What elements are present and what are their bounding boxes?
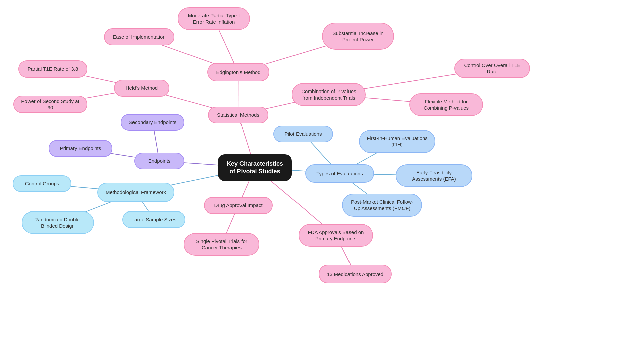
pmcf-node: Post-Market Clinical Follow-Up Assessmen… <box>342 194 422 217</box>
endpoints-node: Endpoints <box>134 153 184 169</box>
edgington-node: Edgington's Method <box>207 63 269 81</box>
statistical-methods-node: Statistical Methods <box>208 107 268 123</box>
control-overall-node: Control Over Overall T1E Rate <box>454 59 530 78</box>
types-evaluations-node: Types of Evaluations <box>305 164 374 183</box>
ease-implementation-node: Ease of Implementation <box>104 28 174 45</box>
primary-endpoints-node: Primary Endpoints <box>49 140 112 157</box>
substantial-increase-node: Substantial Increase in Project Power <box>322 23 394 50</box>
drug-approval-node: Drug Approval Impact <box>204 197 273 214</box>
medications-approved-node: 13 Medications Approved <box>319 265 392 283</box>
large-sample-node: Large Sample Sizes <box>122 211 185 228</box>
center-node: Key Characteristics of Pivotal Studies <box>218 154 292 181</box>
flexible-method-node: Flexible Method for Combining P-values <box>409 93 483 116</box>
combination-pvals-node: Combination of P-values from Independent… <box>292 83 366 106</box>
partial-t1e-node: Partial T1E Rate of 3.8 <box>18 60 87 78</box>
power-second-node: Power of Second Study at 90 <box>13 96 87 113</box>
fda-approvals-node: FDA Approvals Based on Primary Endpoints <box>299 224 373 247</box>
methodological-node: Methodological Framework <box>97 183 174 202</box>
helds-method-node: Held's Method <box>114 80 169 97</box>
secondary-endpoints-node: Secondary Endpoints <box>121 114 184 131</box>
single-pivotal-node: Single Pivotal Trials for Cancer Therapi… <box>184 233 259 256</box>
efa-node: Early-Feasibility Assessments (EFA) <box>396 164 472 187</box>
pilot-evaluations-node: Pilot Evaluations <box>273 126 333 142</box>
control-groups-node: Control Groups <box>13 175 71 192</box>
moderate-partial-node: Moderate Partial Type-I Error Rate Infla… <box>178 7 250 30</box>
fih-node: First-In-Human Evaluations (FIH) <box>359 130 435 153</box>
randomized-node: Randomized Double-Blinded Design <box>22 211 94 234</box>
